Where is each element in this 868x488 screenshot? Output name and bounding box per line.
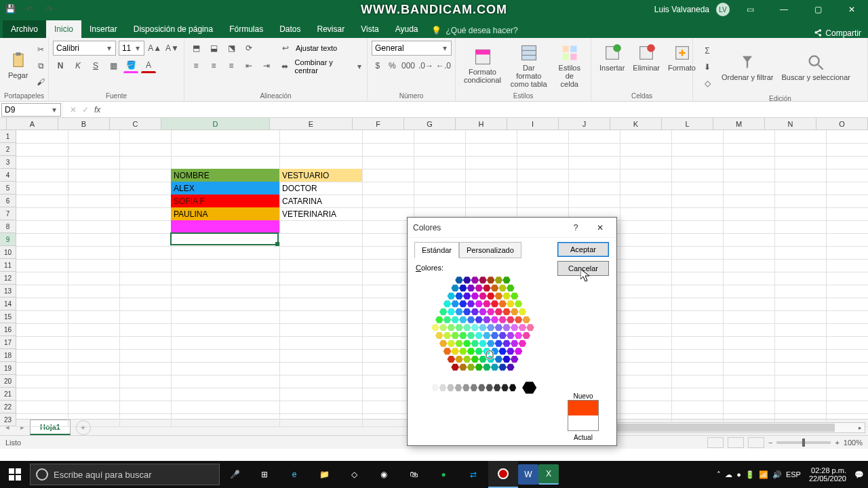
cell[interactable]: NOMBRE xyxy=(171,169,279,182)
format-as-table-button[interactable]: Dar formato como tabla xyxy=(505,41,552,91)
find-select-button[interactable]: Buscar y seleccionar xyxy=(777,41,854,94)
dropbox-icon[interactable]: ◇ xyxy=(339,461,369,488)
name-box[interactable]: D9▾ xyxy=(1,103,61,117)
font-color-icon[interactable]: A xyxy=(141,58,156,73)
paste-button[interactable]: Pegar xyxy=(4,41,32,89)
row-header[interactable]: 22 xyxy=(0,401,16,413)
cancel-formula-icon[interactable]: ✕ xyxy=(70,105,77,115)
column-header[interactable]: L xyxy=(662,118,713,129)
column-header[interactable]: E xyxy=(270,118,353,129)
fill-icon[interactable]: ⬇ xyxy=(700,60,715,75)
tab-disposición-de-página[interactable]: Disposición de página xyxy=(125,20,221,38)
conditional-format-button[interactable]: Formato condicional xyxy=(460,41,505,91)
column-header[interactable]: B xyxy=(58,118,110,129)
tab-ayuda[interactable]: Ayuda xyxy=(387,20,427,38)
copy-icon[interactable]: ⧉ xyxy=(33,58,48,73)
column-header[interactable]: M xyxy=(713,118,765,129)
share-button[interactable]: Compartir xyxy=(813,28,861,38)
row-header[interactable]: 20 xyxy=(0,375,16,388)
tab-custom[interactable]: Personalizado xyxy=(459,242,521,258)
percent-icon[interactable]: % xyxy=(387,58,399,73)
delete-cells-button[interactable]: Eliminar xyxy=(629,41,664,75)
orientation-icon[interactable]: ⟳ xyxy=(241,41,256,56)
row-header[interactable]: 8 xyxy=(0,220,16,233)
minimize-icon[interactable]: — xyxy=(770,0,797,19)
cell[interactable]: VESTUARIO xyxy=(279,169,362,182)
sort-filter-button[interactable]: Ordenar y filtrar xyxy=(717,41,777,94)
cell[interactable]: DOCTOR xyxy=(279,182,362,195)
tray-notifications-icon[interactable]: 💬 xyxy=(854,470,864,479)
increase-indent-icon[interactable]: ⇥ xyxy=(259,58,274,73)
word-icon[interactable]: W xyxy=(518,464,538,485)
column-header[interactable]: H xyxy=(456,118,507,129)
row-header[interactable]: 21 xyxy=(0,388,16,401)
tray-chevron-icon[interactable]: ˄ xyxy=(717,470,721,479)
column-header[interactable]: I xyxy=(507,118,559,129)
zoom-slider[interactable] xyxy=(776,441,831,444)
cell[interactable]: ALEX xyxy=(171,182,279,195)
column-header[interactable]: F xyxy=(353,118,404,129)
column-header[interactable]: A xyxy=(7,118,58,129)
align-middle-icon[interactable]: ⬓ xyxy=(206,41,221,56)
column-header[interactable]: C xyxy=(110,118,161,129)
decrease-indent-icon[interactable]: ⇤ xyxy=(241,58,256,73)
decrease-decimal-icon[interactable]: ←.0 xyxy=(436,58,451,73)
spotify-icon[interactable]: ● xyxy=(429,461,458,488)
row-header[interactable]: 23 xyxy=(0,413,16,426)
view-normal-icon[interactable] xyxy=(707,437,724,448)
tab-insertar[interactable]: Insertar xyxy=(81,20,125,38)
align-right-icon[interactable]: ≡ xyxy=(224,58,239,73)
column-header[interactable]: D xyxy=(161,118,270,129)
tray-onedrive-icon[interactable]: ☁ xyxy=(725,470,732,479)
row-header[interactable]: 15 xyxy=(0,310,16,323)
align-bottom-icon[interactable]: ⬔ xyxy=(224,41,239,56)
cell[interactable]: SOFIA F xyxy=(171,195,279,207)
borders-icon[interactable]: ▦ xyxy=(106,58,121,73)
row-header[interactable]: 5 xyxy=(0,182,16,195)
underline-button[interactable]: S xyxy=(88,58,103,73)
row-header[interactable]: 13 xyxy=(0,285,16,298)
tab-vista[interactable]: Vista xyxy=(353,20,387,38)
align-left-icon[interactable]: ≡ xyxy=(189,58,203,73)
row-header[interactable]: 19 xyxy=(0,362,16,375)
tab-standard[interactable]: Estándar xyxy=(414,242,459,258)
tell-me[interactable]: 💡 ¿Qué desea hacer? xyxy=(426,23,523,38)
tray-volume-icon[interactable]: 🔊 xyxy=(772,470,782,479)
select-all-corner[interactable] xyxy=(0,118,7,130)
dialog-close-icon[interactable]: ✕ xyxy=(589,220,611,236)
tab-fórmulas[interactable]: Fórmulas xyxy=(221,20,271,38)
row-header[interactable]: 14 xyxy=(0,298,16,310)
store-icon[interactable]: 🛍 xyxy=(399,461,429,488)
taskview-icon[interactable]: ⊞ xyxy=(250,461,279,488)
row-header[interactable]: 9 xyxy=(0,233,16,246)
account-name[interactable]: Luis Valvaneda xyxy=(654,5,709,14)
taskbar-search[interactable]: Escribe aquí para buscar xyxy=(30,464,220,485)
tab-revisar[interactable]: Revisar xyxy=(309,20,353,38)
excel-icon[interactable]: X xyxy=(538,464,559,485)
wrap-text-button[interactable]: ↩Ajustar texto xyxy=(278,41,363,56)
bandicam-icon[interactable] xyxy=(488,461,518,488)
autosave-icon[interactable]: 💾 xyxy=(5,4,16,15)
fill-color-icon[interactable]: 🪣 xyxy=(123,58,138,73)
enter-formula-icon[interactable]: ✓ xyxy=(82,105,89,115)
mic-icon[interactable]: 🎤 xyxy=(220,461,250,488)
column-header[interactable]: K xyxy=(610,118,662,129)
font-name-dropdown[interactable]: Calibri▾ xyxy=(53,41,116,56)
redo-icon[interactable]: ↷ xyxy=(42,2,57,17)
chrome-icon[interactable]: ◉ xyxy=(369,461,399,488)
view-pagebreak-icon[interactable] xyxy=(748,437,764,448)
row-header[interactable]: 4 xyxy=(0,169,16,182)
cell[interactable]: CATARINA xyxy=(279,195,362,207)
dialog-titlebar[interactable]: Colores ? ✕ xyxy=(408,218,616,238)
row-header[interactable]: 7 xyxy=(0,207,16,220)
edge-icon[interactable]: e xyxy=(279,461,309,488)
undo-icon[interactable]: ↶ xyxy=(22,2,37,17)
increase-font-icon[interactable]: A▲ xyxy=(147,41,162,56)
autosum-icon[interactable]: Σ xyxy=(700,43,715,58)
tab-file[interactable]: Archivo xyxy=(3,20,46,38)
grayscale-row[interactable] xyxy=(423,379,542,396)
increase-decimal-icon[interactable]: .0→ xyxy=(418,58,433,73)
decrease-font-icon[interactable]: A▼ xyxy=(165,41,180,56)
ok-button[interactable]: Aceptar xyxy=(557,242,609,257)
tray-battery-icon[interactable]: 🔋 xyxy=(745,470,755,479)
